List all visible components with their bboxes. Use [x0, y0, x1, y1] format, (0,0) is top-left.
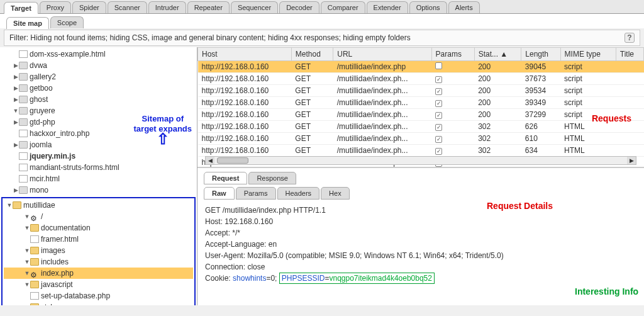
tree-node[interactable]: framer.html	[4, 234, 193, 245]
tab-hex[interactable]: Hex	[321, 187, 350, 200]
folder-icon	[19, 107, 28, 115]
column-header[interactable]: Host	[198, 48, 292, 61]
tab-comparer[interactable]: Comparer	[321, 1, 365, 13]
collapse-icon[interactable]: ▼	[24, 302, 30, 305]
tab-alerts[interactable]: Alerts	[448, 1, 480, 13]
tree-node[interactable]: ▼documentation	[4, 222, 193, 234]
tree-node[interactable]: set-up-database.php	[4, 290, 193, 302]
tree-label: includes	[41, 256, 69, 268]
gear-icon	[30, 213, 39, 220]
tab-target[interactable]: Target	[4, 2, 38, 14]
tree-node[interactable]: ▼index.php	[4, 268, 193, 279]
tab-params[interactable]: Params	[236, 187, 276, 200]
raw-line: User-Agent: Mozilla/5.0 (compatible; MSI…	[205, 250, 636, 261]
cell-params	[431, 73, 474, 85]
expand-icon[interactable]: ▶	[13, 184, 19, 196]
tab-spider[interactable]: Spider	[72, 1, 106, 13]
collapse-icon[interactable]: ▼	[24, 245, 30, 256]
column-header[interactable]: URL	[333, 48, 431, 61]
tree-node[interactable]: ▼images	[4, 245, 193, 256]
tab-sequencer[interactable]: Sequencer	[231, 1, 278, 13]
checkbox-icon	[435, 76, 442, 83]
folder-icon	[30, 224, 39, 232]
tab-proxy[interactable]: Proxy	[40, 1, 71, 13]
raw-request-content[interactable]: GET /mutillidae/index.php HTTP/1.1 Host:…	[200, 202, 641, 286]
column-header[interactable]: Params	[431, 48, 474, 61]
table-scrollbar-horizontal[interactable]: ◀ ▶	[205, 156, 636, 165]
subtab-site-map[interactable]: Site map	[6, 17, 49, 29]
tab-response[interactable]: Response	[248, 172, 296, 184]
scrollbar-thumb[interactable]	[217, 157, 248, 164]
tree-node[interactable]: dom-xss-example.html	[1, 48, 196, 60]
column-header[interactable]: Stat... ▲	[474, 48, 521, 61]
raw-line: Connection: close	[205, 261, 636, 273]
column-header[interactable]: Title	[616, 48, 643, 61]
checkbox-icon	[435, 112, 442, 119]
table-row[interactable]: http://192.168.0.160GET/mutillidae/index…	[198, 97, 644, 109]
raw-line: Accept-Language: en	[205, 239, 636, 250]
tree-node[interactable]: ▶gallery2	[1, 71, 196, 82]
collapse-icon[interactable]: ▼	[13, 105, 19, 116]
subtab-scope[interactable]: Scope	[50, 16, 84, 28]
tab-options[interactable]: Options	[409, 1, 447, 13]
tab-extender[interactable]: Extender	[367, 1, 408, 13]
table-row[interactable]: http://192.168.0.160GET/mutillidae/index…	[198, 73, 644, 85]
collapse-icon[interactable]: ▼	[6, 200, 13, 211]
tree-node[interactable]: mandiant-struts-forms.html	[1, 162, 196, 173]
expand-icon[interactable]: ▶	[13, 139, 19, 150]
annotation-requests: Requests	[592, 113, 631, 123]
tab-raw[interactable]: Raw	[204, 187, 235, 200]
cell-title	[616, 73, 643, 85]
checkbox-icon	[435, 124, 442, 131]
collapse-icon[interactable]: ▼	[24, 268, 30, 279]
column-header[interactable]: Length	[521, 48, 560, 61]
tree-node[interactable]: ▶mono	[1, 184, 196, 196]
tree-node[interactable]: ▶ghost	[1, 94, 196, 105]
tab-decoder[interactable]: Decoder	[279, 1, 319, 13]
table-row[interactable]: http://192.168.0.160GET/mutillidae/index…	[198, 133, 644, 145]
tab-request[interactable]: Request	[204, 172, 247, 184]
tree-node[interactable]: ▼/	[4, 211, 193, 222]
scroll-left-icon[interactable]: ◀	[206, 157, 214, 164]
request-table[interactable]: HostMethodURLParamsStat... ▲LengthMIME t…	[197, 47, 644, 168]
tree-node[interactable]: ▶dvwa	[1, 60, 196, 71]
column-header[interactable]: MIME type	[560, 48, 616, 61]
tree-label: hackxor_intro.php	[30, 128, 89, 139]
collapse-icon[interactable]: ▼	[24, 211, 30, 222]
collapse-icon[interactable]: ▼	[24, 256, 30, 268]
tree-node[interactable]: ▼javascript	[4, 279, 193, 290]
folder-icon	[19, 84, 28, 92]
table-row[interactable]: http://192.168.0.160GET/mutillidae/index…	[198, 145, 644, 157]
tree-node[interactable]: ▼styles	[4, 302, 193, 305]
expand-icon[interactable]: ▶	[13, 94, 19, 105]
tree-label: dvwa	[30, 60, 47, 71]
folder-icon	[19, 96, 28, 103]
collapse-icon[interactable]: ▼	[24, 222, 30, 234]
column-header[interactable]: Method	[291, 48, 333, 61]
tab-scanner[interactable]: Scanner	[108, 1, 147, 13]
scroll-right-icon[interactable]: ▶	[627, 157, 636, 164]
help-icon[interactable]: ?	[625, 33, 635, 43]
table-row[interactable]: http://192.168.0.160GET/mutillidae/index…	[198, 61, 644, 73]
tree-node-mutillidae[interactable]: ▼mutillidae	[4, 200, 193, 211]
cell-status: 302	[474, 133, 521, 145]
tree-node[interactable]: mcir.html	[1, 173, 196, 184]
tab-headers[interactable]: Headers	[277, 187, 320, 200]
filter-bar[interactable]: Filter: Hiding not found items; hiding C…	[4, 30, 640, 46]
expand-icon[interactable]: ▶	[13, 82, 19, 94]
tab-repeater[interactable]: Repeater	[187, 1, 230, 13]
table-row[interactable]: http://192.168.0.160GET/mutillidae/index…	[198, 121, 644, 133]
annotation-request-details: Request Details	[487, 201, 553, 211]
expand-icon[interactable]: ▶	[13, 116, 19, 128]
tree-node[interactable]: jquery.min.js	[1, 150, 196, 162]
cell-url: /mutillidae/index.ph...	[333, 121, 431, 133]
expand-icon[interactable]: ▶	[13, 60, 19, 71]
collapse-icon[interactable]: ▼	[24, 279, 30, 290]
tree-node[interactable]: ▶getboo	[1, 82, 196, 94]
tab-intruder[interactable]: Intruder	[148, 1, 186, 13]
table-row[interactable]: http://192.168.0.160GET/mutillidae/index…	[198, 85, 644, 97]
tree-label: mono	[30, 184, 48, 196]
expand-icon[interactable]: ▶	[13, 71, 19, 82]
table-row[interactable]: http://192.168.0.160GET/mutillidae/index…	[198, 109, 644, 121]
tree-node[interactable]: ▼includes	[4, 256, 193, 268]
